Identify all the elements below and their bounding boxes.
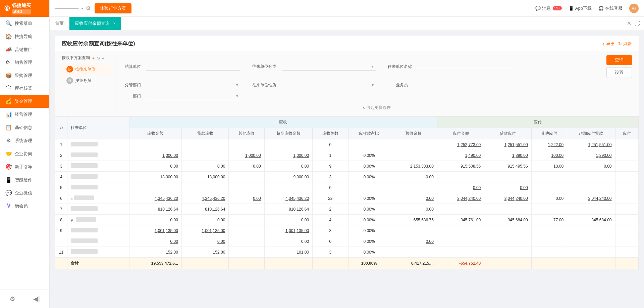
td-ar-amount[interactable]: 0.00 xyxy=(129,215,182,225)
td-ar-amount[interactable]: 0.00 xyxy=(129,161,182,172)
sidebar-item-hardware[interactable]: 📱 智能硬件 xyxy=(0,173,49,186)
tab-close-icon[interactable]: ✕ xyxy=(113,21,116,25)
td-ar-amount[interactable]: 4,345,436.20 xyxy=(129,193,182,204)
td-ap-loan[interactable]: 1,390.00 xyxy=(484,150,531,161)
query-btn[interactable]: 查询 xyxy=(606,55,632,65)
td-ar-loan[interactable]: 0.00 xyxy=(181,236,228,247)
chevron-down-icon[interactable]: ▾ xyxy=(81,6,83,11)
filter-by-company[interactable]: 按 按往来单位 xyxy=(62,63,111,75)
td-ar-amount[interactable]: 1,001,135.00 xyxy=(129,225,182,236)
sidebar-item-operations[interactable]: 📊 经营管理 xyxy=(0,108,49,121)
footer-ar-amount[interactable]: 19,553,472,6... xyxy=(129,258,182,269)
collapse-scheme-icon[interactable]: « xyxy=(102,56,104,60)
customer-service-item[interactable]: 🎧 在线客服 xyxy=(598,5,623,11)
td-ap-amount[interactable]: 1,490.00 xyxy=(437,150,484,161)
sidebar-item-inventory[interactable]: 🏛 库存核算 xyxy=(0,82,49,95)
user-item[interactable]: Rit xyxy=(629,4,639,13)
td-ar-loan[interactable]: 810,126.64 xyxy=(181,204,228,215)
td-ap-amount[interactable]: 1,252,773.00 xyxy=(437,139,484,150)
td-ar-other[interactable]: 0.00 xyxy=(229,161,264,172)
td-ar-overdue[interactable]: 1,000.00 xyxy=(264,150,312,161)
sidebar-item-member[interactable]: V 畅会员 xyxy=(0,200,49,212)
th-settings[interactable]: ⚙ xyxy=(55,117,67,139)
tab-close-window-icon[interactable]: ✕ xyxy=(627,20,631,27)
filter-category-select[interactable]: ▾ xyxy=(282,63,376,71)
notification-item[interactable]: 💬 消息 99+ xyxy=(535,5,562,11)
sidebar-item-cooperation[interactable]: 🤝 企业协同 xyxy=(0,147,49,160)
td-ar-other[interactable]: 0.00 xyxy=(229,193,264,204)
td-ap-overdue[interactable]: 345,684.00 xyxy=(567,215,615,225)
td-ar-amount[interactable]: 1,000.00 xyxy=(129,150,182,161)
td-ap-amount[interactable]: 0.00 xyxy=(437,182,484,193)
sidebar-item-basic[interactable]: 📋 基础信息 xyxy=(0,121,49,134)
td-ap-loan[interactable]: 915,495.56 xyxy=(484,161,531,172)
td-ap-other[interactable]: 100.00 xyxy=(531,150,567,161)
tab-query[interactable]: 应收应付余额查询 ✕ xyxy=(69,17,121,30)
td-ar-amount[interactable]: 810,126.64 xyxy=(129,204,182,215)
td-ar-amount[interactable]: 152.00 xyxy=(129,247,182,258)
td-ap-other[interactable]: 13.00 xyxy=(531,161,567,172)
sidebar-item-purchase[interactable]: 📦 采购管理 xyxy=(0,69,49,82)
td-ap-loan[interactable]: 345,684.00 xyxy=(484,215,531,225)
td-ap-other[interactable]: 77.00 xyxy=(531,215,567,225)
td-ap-loan[interactable]: 3,044,240.00 xyxy=(484,193,531,204)
td-ar-advance[interactable]: 0.00 xyxy=(390,172,437,182)
collapse-btn[interactable]: ◀‖ xyxy=(25,293,50,305)
filter-name-input[interactable] xyxy=(417,65,511,68)
settings-scheme-icon[interactable]: ⊙ xyxy=(97,56,100,60)
td-ar-amount[interactable]: 18,000.00 xyxy=(129,172,182,182)
td-ar-other[interactable]: 1,000.00 xyxy=(229,150,264,161)
settings-btn[interactable]: 设置 xyxy=(606,67,632,78)
td-ar-loan[interactable]: 1,001,135.00 xyxy=(181,225,228,236)
td-ar-overdue[interactable]: 810,126.64 xyxy=(264,204,312,215)
filter-staff-input[interactable]: ··· xyxy=(413,81,507,89)
td-ar-advance[interactable]: 0.00 xyxy=(390,236,437,247)
sidebar-item-sales[interactable]: 🛍 销售管理 xyxy=(0,56,49,69)
export-btn[interactable]: ↑ 导出 xyxy=(603,41,615,47)
filter-nature-select[interactable]: ▾ xyxy=(282,81,376,89)
td-ap-other[interactable]: 1,222.00 xyxy=(531,139,567,150)
td-ar-overdue[interactable]: 4,345,436.20 xyxy=(264,193,312,204)
sidebar-item-marketing[interactable]: 📣 营销推广 xyxy=(0,43,49,56)
sidebar-item-finance[interactable]: 💰 资金管理 xyxy=(0,95,49,108)
td-ap-overdue[interactable]: 3,044,240.00 xyxy=(567,193,615,204)
refresh-btn[interactable]: ↻ 刷新 xyxy=(618,41,632,47)
tab-home[interactable]: 首页 xyxy=(50,17,69,30)
filter-dept-select[interactable]: ▾ xyxy=(146,81,240,89)
td-ap-loan[interactable]: 1,251,551.00 xyxy=(484,139,531,150)
collapse-more-btn[interactable]: ∧ 收起更多条件 xyxy=(360,103,393,112)
app-download-item[interactable]: 📱 App下载 xyxy=(569,5,592,11)
td-ar-advance[interactable]: 655,636.75 xyxy=(390,215,437,225)
sidebar-item-guide[interactable]: 🎯 新手引导 xyxy=(0,160,49,173)
sidebar-item-system[interactable]: ⚙ 系统管理 xyxy=(0,134,49,147)
td-ap-amount[interactable]: 3,044,240.00 xyxy=(437,193,484,204)
td-ar-amount[interactable]: 0.00 xyxy=(129,236,182,247)
add-scheme-icon[interactable]: + xyxy=(92,55,95,61)
td-ap-overdue[interactable]: 1,390.00 xyxy=(567,150,615,161)
td-ar-loan[interactable]: 152.00 xyxy=(181,247,228,258)
td-ar-loan[interactable]: 0.00 xyxy=(181,161,228,172)
sidebar-item-shortcut[interactable]: 🏠 快捷导航 xyxy=(0,30,49,43)
sidebar-item-search[interactable]: 🔍 搜索菜单 xyxy=(0,17,49,30)
td-ar-loan[interactable]: 18,000.00 xyxy=(181,172,228,182)
td-ap-loan[interactable]: 0.00 xyxy=(484,182,531,193)
td-ar-advance[interactable]: 2,153,333.00 xyxy=(390,161,437,172)
sidebar-item-wechat[interactable]: 💬 企业微信 xyxy=(0,186,49,200)
td-ap-overdue[interactable]: 1,251,551.00 xyxy=(567,139,615,150)
td-ar-loan[interactable]: 4,345,436.20 xyxy=(181,193,228,204)
td-ap-amount[interactable]: 915,508.56 xyxy=(437,161,484,172)
footer-ap-amount[interactable]: -654,751.40 xyxy=(437,258,484,269)
td-ar-advance[interactable]: 0.00 xyxy=(390,193,437,204)
filter-settlement-input[interactable]: ··· xyxy=(146,63,240,71)
td-ap-amount[interactable]: 345,761.00 xyxy=(437,215,484,225)
settings-icon[interactable]: ⚙ xyxy=(86,5,91,11)
tab-expand-icon[interactable]: ⛶ xyxy=(635,20,640,27)
filter-by-staff[interactable]: 按 按业务员 xyxy=(62,75,111,86)
td-ar-loan[interactable]: 0.00 xyxy=(181,215,228,225)
footer-ar-advance[interactable]: 6,417,215.... xyxy=(390,258,437,269)
td-ar-overdue[interactable]: 1,001,135.00 xyxy=(264,225,312,236)
settings-bottom-btn[interactable]: ⚙ xyxy=(0,293,25,305)
solution-btn[interactable]: 体验行业方案 xyxy=(95,3,131,13)
td-ar-advance[interactable]: 0.00 xyxy=(390,204,437,215)
filter-dept2-select[interactable]: ▾ xyxy=(146,92,240,100)
